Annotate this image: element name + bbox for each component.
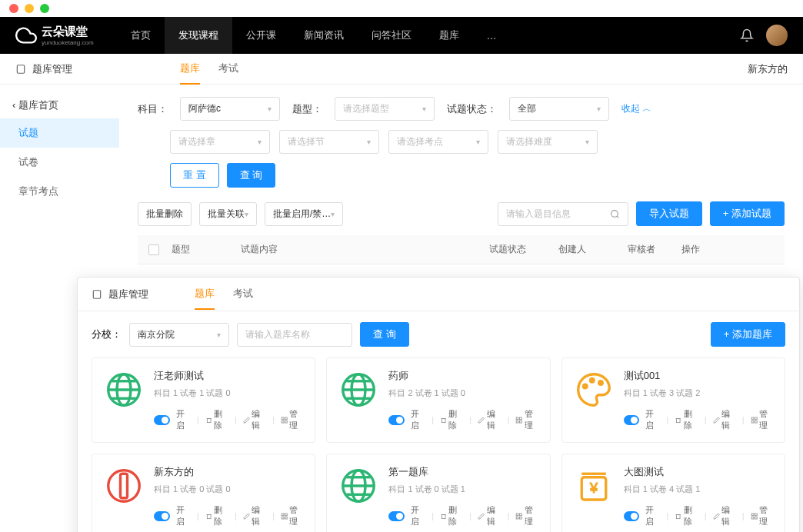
delete-button[interactable]: 删除 [440, 504, 463, 527]
search-input[interactable]: 请输入题目信息 [498, 202, 628, 226]
bulk-enable-button[interactable]: 批量启用/禁… ▾ [265, 202, 343, 226]
manage-button[interactable]: 管理 [515, 504, 538, 527]
status-label: 试题状态： [447, 102, 497, 116]
svg-rect-13 [282, 421, 284, 423]
edit-button[interactable]: 编辑 [713, 408, 736, 431]
toggle-switch[interactable] [388, 415, 405, 425]
nav-item[interactable]: 问答社区 [358, 17, 425, 54]
kp-select[interactable]: 请选择考点▾ [388, 130, 488, 154]
trash-icon [205, 512, 212, 520]
add-bank-button[interactable]: + 添加题库 [711, 322, 785, 347]
toggle-switch[interactable] [388, 511, 405, 521]
status-select[interactable]: 全部▾ [509, 97, 609, 121]
bulk-link-button[interactable]: 批量关联 ▾ [199, 202, 257, 226]
manage-button[interactable]: 管理 [281, 408, 304, 431]
delete-button[interactable]: 删除 [205, 408, 228, 431]
bulk-delete-button[interactable]: 批量删除 [138, 202, 192, 226]
edit-button[interactable]: 编辑 [243, 408, 266, 431]
svg-rect-40 [285, 513, 288, 515]
reset-button[interactable]: 重 置 [170, 163, 219, 188]
logo[interactable]: 云朵课堂 yunduoketang.com [15, 25, 94, 46]
type-select[interactable]: 请选择题型▾ [335, 97, 435, 121]
edit-button[interactable]: 编辑 [478, 504, 501, 527]
edit-button[interactable]: 编辑 [478, 408, 501, 431]
card-title: 大图测试 [624, 465, 774, 479]
svg-rect-39 [282, 513, 284, 515]
avatar[interactable] [766, 25, 788, 46]
select-all-checkbox[interactable] [148, 244, 159, 255]
trash-icon [675, 416, 681, 424]
sidebar-item[interactable]: 试卷 [0, 148, 119, 177]
tab[interactable]: 考试 [233, 279, 253, 310]
grid-icon [281, 512, 288, 520]
tab[interactable]: 题库 [180, 54, 200, 85]
maximize-dot[interactable] [40, 4, 49, 13]
chapter-select[interactable]: 请选择章▾ [170, 130, 270, 154]
nav-item[interactable]: 题库 [425, 17, 473, 54]
edit-icon [478, 416, 485, 424]
edit-button[interactable]: 编辑 [243, 504, 266, 527]
branch-label: 分校： [92, 328, 122, 341]
browser-chrome [0, 0, 803, 17]
svg-text:¥: ¥ [589, 480, 598, 496]
query-button[interactable]: 查 询 [227, 163, 276, 188]
top-nav: 云朵课堂 yunduoketang.com 首页发现课程公开课新闻资讯问答社区题… [0, 17, 803, 54]
sidebar-item[interactable]: 试题 [0, 118, 119, 148]
nav-item[interactable]: 新闻资讯 [290, 17, 358, 54]
manage-button[interactable]: 管理 [751, 504, 774, 527]
add-question-button[interactable]: + 添加试题 [710, 201, 785, 226]
svg-rect-0 [17, 65, 24, 73]
bell-icon[interactable] [740, 28, 754, 42]
manage-button[interactable]: 管理 [515, 408, 538, 431]
section-select[interactable]: 请选择节▾ [279, 130, 379, 154]
edit-button[interactable]: 编辑 [713, 504, 736, 527]
card-meta: 科目 1 试卷 0 试题 1 [388, 484, 538, 495]
svg-rect-9 [207, 418, 211, 422]
grid-icon [515, 512, 522, 520]
card-icon: ¥ [573, 465, 615, 507]
delete-button[interactable]: 删除 [675, 504, 698, 527]
nav-item[interactable]: 发现课程 [165, 17, 232, 54]
col-content: 试题内容 [241, 243, 489, 256]
query-button-2[interactable]: 查 询 [360, 322, 409, 347]
window-1: 题库管理 题库考试 新东方的 ‹ 题库首页 试题试卷章节考点 科目： 阿萨德c▾… [0, 54, 803, 312]
bank-card: 测试001 科目 1 试卷 3 试题 2 开启 | 删除 | 编辑 | 管理 [561, 357, 785, 443]
svg-rect-24 [517, 421, 519, 423]
toggle-switch[interactable] [154, 415, 170, 425]
minimize-dot[interactable] [25, 4, 34, 13]
toggle-switch[interactable] [624, 511, 640, 521]
nav-item[interactable]: 公开课 [232, 17, 290, 54]
nav-item[interactable]: 首页 [117, 17, 165, 54]
tab[interactable]: 题库 [195, 279, 215, 310]
delete-button[interactable]: 删除 [440, 408, 463, 431]
col-ops: 操作 [681, 243, 774, 256]
manage-button[interactable]: 管理 [751, 408, 774, 431]
tab[interactable]: 考试 [218, 54, 238, 85]
nav-item[interactable]: … [473, 17, 511, 54]
branch-select[interactable]: 南京分院▾ [129, 323, 229, 347]
toggle-switch[interactable] [624, 415, 640, 425]
toggle-switch[interactable] [154, 511, 170, 521]
open-label: 开启 [411, 408, 425, 431]
manage-button[interactable]: 管理 [281, 504, 304, 527]
collapse-link[interactable]: 收起 ︿ [621, 102, 651, 115]
bank-card: 第一题库 科目 1 试卷 0 试题 1 开启 | 删除 | 编辑 | 管理 [326, 454, 550, 532]
org-name: 新东方的 [748, 62, 788, 76]
svg-rect-29 [677, 418, 681, 422]
delete-button[interactable]: 删除 [205, 504, 228, 527]
difficulty-select[interactable]: 请选择难度▾ [498, 130, 598, 154]
col-creator: 创建人 [558, 243, 628, 256]
svg-rect-31 [751, 417, 754, 419]
nav-items: 首页发现课程公开课新闻资讯问答社区题库… [117, 17, 511, 54]
trash-icon [440, 512, 447, 520]
svg-rect-20 [441, 418, 445, 422]
edit-icon [713, 416, 720, 424]
delete-button[interactable]: 删除 [675, 408, 698, 431]
sidebar-back[interactable]: ‹ 题库首页 [0, 92, 119, 118]
subject-select[interactable]: 阿萨德c▾ [180, 97, 280, 121]
close-dot[interactable] [9, 4, 18, 13]
bank-name-input[interactable]: 请输入题库名称 [237, 323, 352, 347]
import-button[interactable]: 导入试题 [636, 201, 702, 226]
logo-subtext: yunduoketang.com [42, 39, 94, 46]
sidebar-item[interactable]: 章节考点 [0, 177, 119, 206]
